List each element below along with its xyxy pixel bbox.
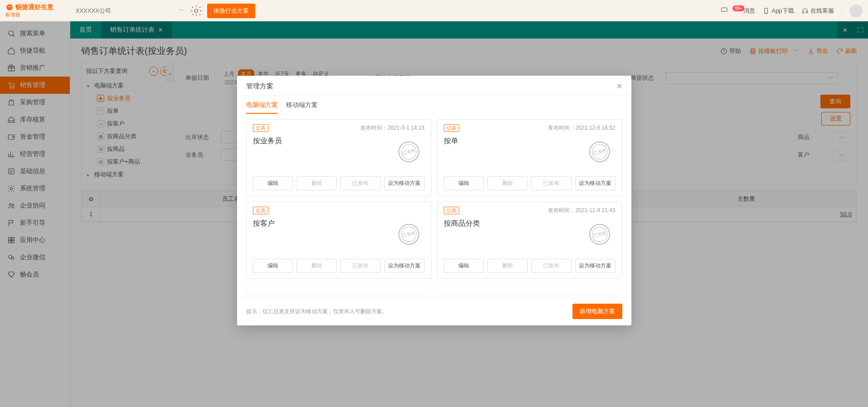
card-set-mobile-button[interactable]: 设为移动方案	[384, 259, 425, 273]
card-edit-button[interactable]: 编辑	[253, 259, 293, 273]
card-time: 发布时间：2021-12-6 16:52	[548, 124, 615, 132]
messages-label: 消息	[743, 7, 755, 15]
card-edit-button[interactable]: 编辑	[444, 259, 484, 273]
modal-title: 管理方案	[246, 82, 273, 91]
brand-name: 畅捷通好生意	[15, 3, 53, 11]
card-delete-button: 删除	[296, 176, 337, 190]
brand: 畅捷通好生意 标准版	[0, 3, 70, 18]
card-title: 按客户	[253, 214, 425, 228]
modal-overlay: 管理方案 ✕ 电脑端方案 移动端方案 公共 发布时间：2021-3-1 14:1…	[0, 21, 868, 407]
card-set-mobile-button[interactable]: 设为移动方案	[384, 176, 425, 190]
modal-footer: 提示：仅汇总表支持设为移动方案，仅发布人可删除方案。 新增电脑方案	[237, 297, 631, 325]
public-tag: 公共	[253, 124, 268, 132]
modal-hint: 提示：仅汇总表支持设为移动方案，仅发布人可删除方案。	[246, 308, 388, 315]
app-download-button[interactable]: App下载	[762, 7, 794, 15]
card-delete-button: 删除	[487, 259, 528, 273]
card-time: 发布时间：2021-11-9 21:43	[548, 207, 615, 214]
modal-tabs: 电脑端方案 移动端方案	[237, 96, 631, 114]
modal-tab-mobile[interactable]: 移动端方案	[286, 101, 318, 114]
modal-tab-pc[interactable]: 电脑端方案	[246, 101, 278, 114]
card-title: 按业务员	[253, 132, 425, 146]
card-published-button: 已发布	[531, 259, 572, 273]
chat-icon	[721, 6, 728, 14]
trial-industry-button[interactable]: 体验行业方案	[207, 4, 255, 18]
messages-button[interactable]: 99+ 消息	[721, 6, 756, 15]
top-right: 99+ 消息 App下载 在线客服 |	[721, 5, 863, 17]
scheme-cards: 公共 发布时间：2021-3-1 14:13 按业务员 已发布 编辑 删除 已发…	[237, 114, 631, 297]
svg-point-1	[195, 9, 198, 12]
brand-logo: 畅捷通好生意	[5, 3, 53, 11]
online-service-label: 在线客服	[810, 7, 834, 15]
scheme-card: 公共 发布时间：2021-11-9 21:43 按商品分类 已发布 编辑 删除 …	[437, 202, 622, 279]
public-tag: 公共	[253, 207, 268, 214]
card-published-button: 已发布	[340, 259, 381, 273]
modal-close-button[interactable]: ✕	[616, 82, 622, 91]
card-delete-button: 删除	[487, 176, 528, 190]
public-tag: 公共	[444, 124, 459, 132]
app-download-label: App下载	[771, 7, 794, 15]
scheme-card-partial	[437, 284, 622, 295]
manage-scheme-modal: 管理方案 ✕ 电脑端方案 移动端方案 公共 发布时间：2021-3-1 14:1…	[237, 76, 631, 325]
phone-icon	[762, 7, 770, 15]
scheme-card: 公共 发布时间：2021-3-1 14:13 按业务员 已发布 编辑 删除 已发…	[246, 119, 432, 196]
scheme-card-partial	[246, 284, 432, 295]
card-published-button: 已发布	[340, 176, 381, 190]
card-title: 按商品分类	[444, 214, 616, 228]
messages-badge: 99+	[732, 5, 745, 11]
card-delete-button: 删除	[296, 259, 337, 273]
divider: |	[841, 7, 843, 14]
settings-button[interactable]	[190, 5, 203, 17]
public-tag: 公共	[444, 207, 459, 214]
headset-icon	[801, 7, 809, 15]
card-published-button: 已发布	[531, 176, 572, 190]
modal-header: 管理方案 ✕	[237, 76, 631, 96]
scheme-card: 公共 发布时间：2021-12-6 16:52 按单 已发布 编辑 删除 已发布…	[437, 119, 622, 196]
company-name: XXXXXX公司	[76, 7, 111, 15]
chevron-down-icon: ﹀	[179, 7, 184, 15]
online-service-button[interactable]: 在线客服	[801, 7, 834, 15]
card-time: 发布时间：2021-3-1 14:13	[360, 124, 424, 132]
card-edit-button[interactable]: 编辑	[253, 176, 293, 190]
card-set-mobile-button[interactable]: 设为移动方案	[575, 176, 616, 190]
card-set-mobile-button[interactable]: 设为移动方案	[575, 259, 616, 273]
svg-point-0	[6, 4, 13, 10]
top-header: 畅捷通好生意 标准版 XXXXXX公司 ﹀ 体验行业方案 99+ 消息 App下…	[0, 0, 868, 21]
card-title: 按单	[444, 132, 616, 146]
company-selector[interactable]: XXXXXX公司 ﹀	[70, 7, 190, 15]
brand-icon	[5, 3, 14, 11]
gear-icon	[190, 5, 203, 17]
brand-edition: 标准版	[5, 11, 20, 18]
user-avatar[interactable]	[850, 5, 863, 17]
scheme-card: 公共 按客户 已发布 编辑 删除 已发布 设为移动方案	[246, 202, 432, 279]
card-edit-button[interactable]: 编辑	[444, 176, 484, 190]
new-pc-scheme-button[interactable]: 新增电脑方案	[572, 304, 622, 319]
